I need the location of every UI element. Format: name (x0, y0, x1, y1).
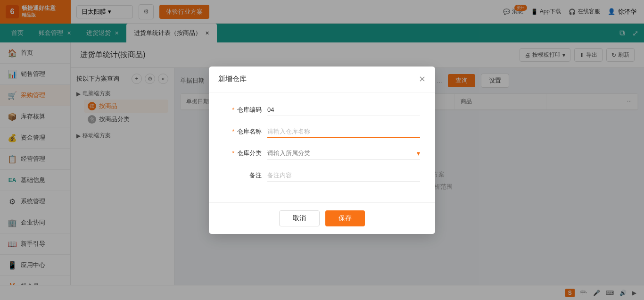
required-star-category: * (232, 150, 234, 157)
remark-label: 备注 (224, 171, 262, 180)
form-row-category: * 仓库分类 ▾ (224, 147, 420, 160)
name-label: * 仓库名称 (224, 127, 262, 136)
modal-title: 新增仓库 (218, 75, 247, 83)
modal-close-button[interactable]: ✕ (419, 74, 426, 84)
required-star-code: * (232, 106, 234, 113)
add-warehouse-modal: 新增仓库 ✕ * 仓库编码 * 仓库名称 (209, 67, 435, 234)
save-button[interactable]: 保存 (325, 210, 365, 226)
category-select-wrapper: ▾ (267, 147, 420, 160)
category-label: * 仓库分类 (224, 149, 262, 158)
form-row-name: * 仓库名称 (224, 125, 420, 138)
warehouse-name-input[interactable] (267, 125, 420, 138)
remark-input[interactable] (267, 169, 420, 182)
modal-header: 新增仓库 ✕ (209, 67, 435, 92)
form-row-code: * 仓库编码 (224, 104, 420, 116)
modal-overlay: 新增仓库 ✕ * 仓库编码 * 仓库名称 (0, 0, 644, 300)
form-row-remark: 备注 (224, 169, 420, 182)
modal-footer: 取消 保存 (209, 202, 435, 234)
category-dropdown-icon[interactable]: ▾ (417, 150, 420, 157)
modal-body: * 仓库编码 * 仓库名称 * 仓库分类 (209, 92, 435, 202)
code-label: * 仓库编码 (224, 106, 262, 114)
cancel-button[interactable]: 取消 (279, 210, 320, 226)
warehouse-code-input[interactable] (267, 104, 420, 116)
category-select-input[interactable] (267, 150, 417, 157)
required-star-name: * (232, 128, 234, 135)
